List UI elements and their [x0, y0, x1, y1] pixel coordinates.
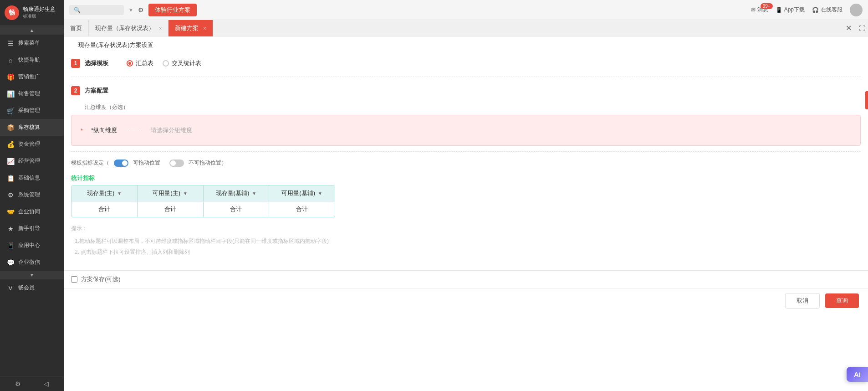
service-label: 在线客服: [821, 6, 842, 14]
vertical-dimension-area[interactable]: * *纵向维度 —— 请选择分组维度: [71, 115, 861, 146]
stats-col-1[interactable]: 可用量(主) ▼: [138, 185, 204, 201]
save-checkbox[interactable]: [71, 276, 77, 283]
sidebar-item-quick-nav[interactable]: ⌂ 快捷导航: [0, 51, 64, 68]
operations-icon: 📈: [6, 158, 15, 165]
message-icon: ✉: [751, 7, 756, 13]
can-drag-toggle[interactable]: [114, 159, 128, 167]
step2-badge: 2: [71, 86, 80, 95]
tab-inventory-close[interactable]: ×: [159, 26, 162, 31]
sidebar-item-search-menu[interactable]: ☰ 搜索菜单: [0, 35, 64, 51]
window-expand-button[interactable]: ⛶: [856, 25, 868, 32]
stats-table-row: 合计 合计 合计 合计: [71, 201, 335, 217]
sidebar-item-finance[interactable]: 💰 资金管理: [0, 136, 64, 153]
search-icon: 🔍: [74, 7, 81, 13]
sidebar-item-operations[interactable]: 📈 经营管理: [0, 153, 64, 170]
sidebar-label-member: 畅会员: [18, 284, 35, 292]
trial-button[interactable]: 体验行业方案: [148, 4, 197, 16]
message-button[interactable]: ✉ 消息 99+: [751, 6, 768, 14]
sidebar-item-member[interactable]: V 畅会员: [0, 279, 64, 296]
sidebar-label-app-center: 应用中心: [18, 242, 40, 249]
tips-title: 提示：: [71, 223, 861, 234]
tab-inventory[interactable]: 现存量（库存状况表） ×: [89, 20, 168, 36]
app-logo-icon: 畅: [5, 5, 19, 20]
footer-bar: 方案保存(可选): [64, 270, 868, 288]
topbar-right: ✉ 消息 99+ 📱 App下载 🎧 在线客服: [751, 4, 863, 16]
dim-placeholder: 请选择分组维度: [151, 126, 192, 134]
stats-cell-0: 合计: [71, 201, 138, 217]
quick-nav-icon: ⌂: [6, 57, 15, 64]
page-title: 现存量(库存状况表)方案设置: [71, 36, 861, 52]
cancel-button[interactable]: 取消: [785, 293, 820, 309]
ai-floating-button[interactable]: Ai: [847, 367, 868, 382]
collapse-icon[interactable]: ◁: [44, 380, 49, 387]
stats-col-2[interactable]: 现存量(基辅) ▼: [204, 185, 270, 201]
sidebar-logo: 畅 畅康通好生意 标准版: [0, 0, 64, 26]
inventory-icon: 📦: [6, 124, 15, 131]
sidebar-item-sales[interactable]: 📊 销售管理: [0, 85, 64, 102]
topbar: 🔍 ▼ ⚙ 体验行业方案 ✉ 消息 99+ 📱 App下载 🎧 在线客服: [64, 0, 868, 20]
app-label: App下载: [784, 6, 805, 14]
sidebar-item-basic-info[interactable]: 📋 基础信息: [0, 170, 64, 186]
sidebar-item-cooperation[interactable]: 🤝 企业协同: [0, 203, 64, 220]
stats-col-1-label: 可用量(主): [153, 189, 180, 197]
window-close-button[interactable]: ✕: [841, 24, 856, 32]
stats-col-3-chevron: ▼: [318, 191, 322, 196]
dash-separator: ——: [128, 127, 140, 134]
sidebar-item-app-center[interactable]: 📱 应用中心: [0, 237, 64, 254]
app-name: 畅康通好生意: [23, 6, 56, 13]
step1-badge: 1: [71, 59, 80, 68]
stats-cell-3: 合计: [269, 201, 335, 217]
tab-home[interactable]: 首页: [64, 20, 89, 36]
cannot-drag-label: 不可拖动位置）: [189, 159, 227, 167]
tip-text-0: 1.拖动标题栏可以调整布局，不可跨维度或指标区域拖动栏目字段(只能在同一维度或指…: [75, 236, 329, 247]
required-star: *: [81, 127, 83, 134]
tab-new-scheme-close[interactable]: ×: [203, 26, 206, 31]
radio-summary[interactable]: 汇总表: [127, 59, 153, 67]
radio-cross-label: 交叉统计表: [172, 59, 201, 67]
tab-new-scheme-label: 新建方案: [175, 24, 199, 32]
stats-col-1-chevron: ▼: [183, 191, 188, 196]
tip-text-1: 2. 点击标题栏下拉可设置排序、插入列和删除列: [75, 247, 190, 257]
tip-item-0: 1.拖动标题栏可以调整布局，不可跨维度或指标区域拖动栏目字段(只能在同一维度或指…: [71, 236, 861, 247]
search-box[interactable]: 🔍: [69, 5, 124, 15]
stats-label: 统计指标: [71, 170, 861, 185]
sidebar-item-wechat[interactable]: 💬 企业微信: [0, 254, 64, 271]
settings-gear-icon[interactable]: ⚙: [138, 6, 144, 14]
user-avatar[interactable]: [850, 4, 863, 16]
right-edge-indicator: [865, 91, 868, 109]
stats-col-2-label: 现存量(基辅): [216, 189, 250, 197]
app-download-button[interactable]: 📱 App下载: [776, 6, 805, 14]
sidebar-label-wechat: 企业微信: [18, 258, 40, 266]
step1-title: 选择模板: [85, 59, 108, 67]
online-service-button[interactable]: 🎧 在线客服: [812, 6, 842, 14]
radio-cross[interactable]: 交叉统计表: [163, 59, 201, 67]
sidebar-item-guide[interactable]: ★ 新手引导: [0, 220, 64, 237]
basic-info-icon: 📋: [6, 175, 15, 182]
settings-icon[interactable]: ⚙: [15, 380, 21, 387]
tab-new-scheme[interactable]: 新建方案 ×: [168, 20, 212, 36]
stats-col-3[interactable]: 可用量(基辅) ▼: [269, 185, 335, 201]
stats-cell-1: 合计: [138, 201, 204, 217]
stats-table-header: 现存量(主) ▼ 可用量(主) ▼ 现存量(基辅) ▼ 可用量(基辅) ▼: [71, 185, 335, 201]
toggle-off-knob: [170, 160, 176, 166]
sidebar-label-quick-nav: 快捷导航: [18, 56, 40, 64]
sidebar-item-system[interactable]: ⚙ 系统管理: [0, 186, 64, 203]
query-button[interactable]: 查询: [825, 293, 859, 308]
template-options: 汇总表 交叉统计表: [113, 57, 201, 69]
sidebar-scroll-down[interactable]: ▼: [0, 271, 64, 279]
search-chevron-icon[interactable]: ▼: [128, 7, 133, 13]
sidebar: 畅 畅康通好生意 标准版 ▲ ☰ 搜索菜单 ⌂ 快捷导航 🎁 营销推广 📊 销售…: [0, 0, 64, 391]
sidebar-item-inventory[interactable]: 📦 库存核算: [0, 119, 64, 136]
sidebar-item-purchase[interactable]: 🛒 采购管理: [0, 102, 64, 119]
stats-table: 现存量(主) ▼ 可用量(主) ▼ 现存量(基辅) ▼ 可用量(基辅) ▼: [71, 185, 335, 217]
stats-col-0-chevron: ▼: [117, 191, 122, 196]
sidebar-scroll-up[interactable]: ▲: [0, 26, 64, 35]
service-icon: 🎧: [812, 7, 819, 13]
sidebar-item-marketing[interactable]: 🎁 营销推广: [0, 68, 64, 85]
cannot-drag-toggle[interactable]: [169, 159, 184, 167]
message-badge: 99+: [761, 3, 773, 9]
tab-bar: 首页 现存量（库存状况表） × 新建方案 × ✕ ⛶: [64, 20, 868, 36]
sidebar-label-finance: 资金管理: [18, 140, 40, 148]
stats-col-0[interactable]: 现存量(主) ▼: [71, 185, 138, 201]
member-icon: V: [6, 284, 15, 292]
